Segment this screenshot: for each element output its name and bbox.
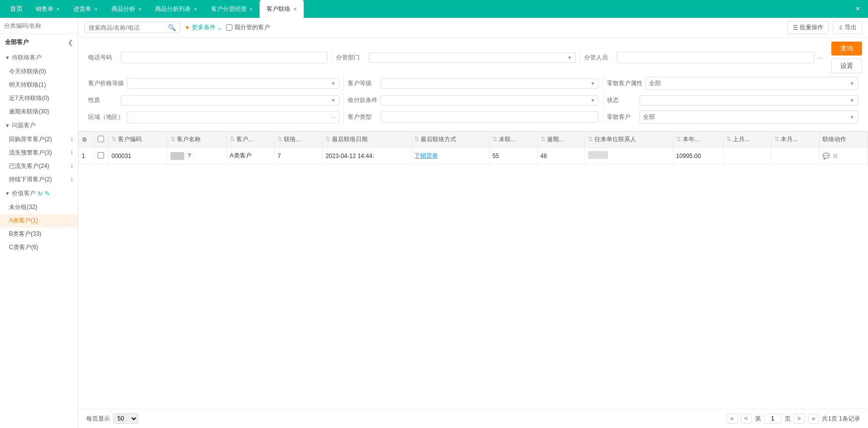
nav-item-salesorder[interactable]: 销售单 × xyxy=(29,0,66,18)
filter-phone-input[interactable] xyxy=(121,52,327,63)
sidebar-item-cclass[interactable]: C类客户(6) xyxy=(0,241,78,254)
close-analysislist-icon[interactable]: × xyxy=(194,6,197,12)
batch-ops-btn[interactable]: ☰ 批量操作 xyxy=(787,21,829,34)
last-method-link[interactable]: 下销货单 xyxy=(414,152,438,159)
close-customercontact-icon[interactable]: × xyxy=(293,6,296,12)
filter-customer-level: 客户等级 ▼ xyxy=(344,78,603,89)
current-page-input[interactable] xyxy=(764,414,782,424)
filter-person-dots[interactable]: ··· xyxy=(817,54,823,61)
table-settings-icon[interactable]: ⚙ xyxy=(82,136,87,143)
filter-customer-level-select[interactable]: ▼ xyxy=(380,78,599,89)
sidebar-item-bclass[interactable]: B类客户(33) xyxy=(0,227,78,241)
filter-customer-type-input[interactable] xyxy=(380,111,599,123)
batch-icon: ☰ xyxy=(793,24,798,31)
filter-more-btn[interactable]: ▼ 更多条件 ⌄ xyxy=(184,23,222,32)
row-index: 1 xyxy=(79,148,95,164)
col-no-contact[interactable]: ⇅未联... xyxy=(489,132,537,148)
sidebar-search-input[interactable] xyxy=(4,22,78,29)
filter-search-icon[interactable]: 🔍 xyxy=(168,24,176,31)
col-this-year[interactable]: ⇅本年... xyxy=(673,132,723,148)
filter-price-chev: ▼ xyxy=(331,81,336,86)
filter-region-select[interactable]: ··· xyxy=(127,111,339,123)
nav-item-analysislist[interactable]: 商品分析列表 × xyxy=(148,0,204,18)
nav-item-customerseg[interactable]: 客户分层经营 × xyxy=(204,0,260,18)
sidebar-item-tomorrow[interactable]: 明天待联络(1) xyxy=(0,78,78,92)
nav-item-purchase[interactable]: 进货单 × xyxy=(66,0,104,18)
sidebar-item-overdue[interactable]: 逾期未联络(30) xyxy=(0,105,78,118)
close-customerseg-icon[interactable]: × xyxy=(250,6,253,12)
filter-payment-select[interactable]: ▼ xyxy=(380,95,599,106)
col-contact-count[interactable]: ⇅联络... xyxy=(274,132,323,148)
sidebar-item-lost[interactable]: 已流失客户(24) ℹ xyxy=(0,160,78,173)
col-checkbox xyxy=(95,132,108,148)
sidebar-item-7days[interactable]: 近7天待联络(0) xyxy=(0,92,78,105)
filter-price-level: 客户价格等级 ▼ xyxy=(84,78,343,89)
filter-payment-label: 收付款条件 xyxy=(348,96,378,105)
sidebar-item-today[interactable]: 今天待联络(0) xyxy=(0,65,78,78)
col-settings[interactable]: ⚙ xyxy=(79,132,95,148)
filter-nature-chev: ▼ xyxy=(331,98,336,103)
col-code[interactable]: ⇅客户编码 xyxy=(108,132,167,148)
col-this-month[interactable]: ⇅本月... xyxy=(771,132,819,148)
nav-item-analysis[interactable]: 商品分析 × xyxy=(105,0,148,18)
qr-icon[interactable]: ⊞ xyxy=(833,153,838,160)
nav-home[interactable]: 首页 xyxy=(4,0,29,18)
close-analysis-icon[interactable]: × xyxy=(138,6,141,12)
export-icon: ⇩ xyxy=(838,24,843,31)
col-overdue[interactable]: ⇅逾期... xyxy=(537,132,585,148)
info-icon-warning: ℹ xyxy=(71,150,73,156)
col-actions: 联络动作 xyxy=(819,132,868,148)
sidebar-section-value[interactable]: ▼ 价值客户 ↻ ✎ xyxy=(0,186,78,201)
col-last-month[interactable]: ⇅上月... xyxy=(723,132,771,148)
filter-region-dots[interactable]: ··· xyxy=(330,113,336,121)
close-all-icon[interactable]: × xyxy=(852,4,864,13)
col-type[interactable]: ⇅客户... xyxy=(226,132,274,148)
value-refresh-icon[interactable]: ↻ xyxy=(38,190,43,197)
close-salesorder-icon[interactable]: × xyxy=(56,6,59,12)
prev-page-btn[interactable]: < xyxy=(741,414,752,424)
col-last-date[interactable]: ⇅最后联络日期 xyxy=(322,132,411,148)
sidebar-search-area: 🔍 xyxy=(0,18,78,34)
value-edit-icon[interactable]: ✎ xyxy=(45,190,50,197)
row-check[interactable] xyxy=(98,152,104,159)
contact-person-placeholder xyxy=(588,151,608,159)
col-contact-person[interactable]: ⇅往来单位联系人 xyxy=(585,132,673,148)
row-actions: 💬 ⊞ xyxy=(819,148,868,164)
filter-status-select[interactable]: ▼ xyxy=(640,95,858,106)
filter-search-input[interactable] xyxy=(89,24,168,31)
filter-dept-chevron: ▼ xyxy=(567,55,572,60)
my-customers-checkbox[interactable] xyxy=(226,24,232,31)
sidebar-all-customers[interactable]: 全部客户 ❮ xyxy=(0,34,78,51)
filter-person-input[interactable] xyxy=(617,52,815,63)
row-contact-person xyxy=(585,148,673,164)
sidebar-section-problem[interactable]: ▼ 问题客户 xyxy=(0,118,78,133)
col-last-method[interactable]: ⇅最后联络方式 xyxy=(411,132,489,148)
sidebar-section-pending[interactable]: ▼ 待联络客户 xyxy=(0,51,78,65)
nav-item-customercontact[interactable]: 客户联络 × xyxy=(260,0,303,18)
sidebar-item-warning[interactable]: 流失预警客户(3) ℹ xyxy=(0,146,78,160)
sidebar-collapse-icon[interactable]: ❮ xyxy=(68,39,73,46)
chat-icon[interactable]: 💬 xyxy=(822,153,830,160)
last-page-btn[interactable]: » xyxy=(808,414,819,424)
close-purchase-icon[interactable]: × xyxy=(94,6,97,12)
filter-funnel-icon: ▼ xyxy=(184,24,190,31)
filter-scatter-select[interactable]: 全部 ▼ xyxy=(640,110,858,124)
next-page-btn[interactable]: > xyxy=(794,414,805,424)
filter-dept-select[interactable]: ▼ xyxy=(369,53,575,63)
sidebar-item-nogroup[interactable]: 未分组(32) xyxy=(0,201,78,214)
select-all-checkbox[interactable] xyxy=(98,136,104,142)
export-btn[interactable]: ⇩ 导出 xyxy=(833,21,862,34)
page-size-select[interactable]: 20 50 100 200 xyxy=(113,413,138,424)
sidebar-all-customers-label: 全部客户 xyxy=(5,38,29,47)
adv-filter-row-4: 区域（地区） ··· 客户类型 零散客户 全部 ▼ xyxy=(84,110,862,124)
query-btn[interactable]: 查询 xyxy=(831,42,862,55)
filter-nature-select[interactable]: ▼ xyxy=(121,95,339,106)
sidebar-item-declining[interactable]: 持续下滑客户(2) ℹ xyxy=(0,173,78,186)
col-name[interactable]: ⇅客户名称 xyxy=(167,132,226,148)
filter-price-level-select[interactable]: ▼ xyxy=(127,78,339,89)
sidebar-item-aclass[interactable]: A类客户(1) xyxy=(0,214,78,227)
sidebar-item-abnormal[interactable]: 回购异常客户(2) ℹ xyxy=(0,133,78,146)
first-page-btn[interactable]: « xyxy=(726,414,738,424)
settings-btn[interactable]: 设置 xyxy=(831,58,862,73)
filter-scatter-attr-select[interactable]: 全部 ▼ xyxy=(646,77,858,90)
